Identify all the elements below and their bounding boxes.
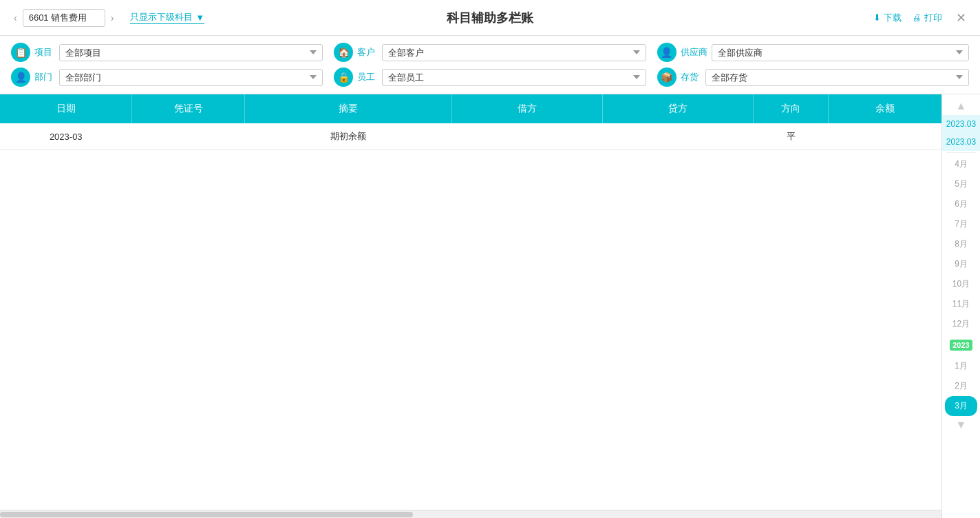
supplier-icon: 👤: [657, 43, 677, 62]
inventory-label: 存货: [681, 71, 701, 83]
timeline-item-1[interactable]: 1月: [942, 356, 980, 376]
timeline-item-2[interactable]: 2月: [942, 376, 980, 396]
customer-label: 客户: [357, 46, 378, 59]
timeline-item-12[interactable]: 12月: [942, 314, 980, 334]
filter-department: 👤 部门 全部部门: [11, 68, 323, 87]
col-header-voucher: 凭证号: [132, 94, 245, 123]
download-label: 下载: [884, 12, 902, 24]
print-label: 打印: [924, 12, 942, 24]
col-header-summary: 摘要: [245, 94, 452, 123]
customer-icon: 🏠: [334, 43, 353, 62]
print-button[interactable]: 🖨 打印: [913, 12, 942, 24]
timeline-item-9[interactable]: 9月: [942, 254, 980, 274]
filter-area: 📋 项目 全部项目 🏠 客户 全部客户 👤 供应商 全部供应商: [0, 36, 980, 94]
inventory-icon: 📦: [657, 68, 677, 87]
filter-row-2: 👤 部门 全部部门 🔒 员工 全部员工 📦 存货 全部存货: [11, 68, 969, 87]
next-account-button[interactable]: ›: [108, 11, 117, 25]
cell-direction: 平: [753, 123, 828, 150]
timeline-panel: ▲ 2023.03 2023.03 4月 5月 6月 7月 8月 9月 10月 …: [941, 94, 980, 518]
main-window: ‹ 6601 销售费用 › 只显示下级科目 ▼ 科目辅助多栏账 ⬇ 下载 🖨 打…: [0, 0, 980, 518]
employee-select[interactable]: 全部员工: [382, 69, 646, 86]
close-button[interactable]: ✕: [953, 10, 969, 25]
filter-project: 📋 项目 全部项目: [11, 43, 323, 62]
download-icon: ⬇: [873, 12, 881, 23]
col-header-balance: 余额: [829, 94, 941, 123]
department-icon: 👤: [11, 68, 30, 87]
account-code: 6601 销售费用: [23, 9, 105, 27]
bottom-scrollbar[interactable]: [0, 510, 941, 518]
timeline-item-6[interactable]: 6月: [942, 194, 980, 214]
cell-credit: [603, 123, 754, 150]
filter-employee: 🔒 员工 全部员工: [334, 68, 646, 87]
project-icon: 📋: [11, 43, 30, 62]
timeline-year-badge: 2023: [950, 340, 972, 351]
cell-summary: 期初余额: [245, 123, 452, 150]
timeline-item-7[interactable]: 7月: [942, 214, 980, 234]
cell-date: 2023-03: [0, 123, 132, 150]
employee-icon: 🔒: [334, 68, 353, 87]
nav-area: ‹ 6601 销售费用 › 只显示下级科目 ▼: [11, 9, 204, 27]
department-label: 部门: [34, 71, 55, 83]
scrollbar-thumb: [0, 512, 413, 517]
timeline-item-5[interactable]: 5月: [942, 174, 980, 194]
data-table: 日期 凭证号 摘要 借方 贷方 方向 余额 2023-03: [0, 94, 941, 150]
filter-inventory: 📦 存货 全部存货: [657, 68, 969, 87]
timeline-item-3-active[interactable]: 3月: [945, 396, 977, 416]
cell-balance: [829, 123, 941, 150]
timeline-item-2023-03-end[interactable]: 2023.03: [942, 133, 980, 151]
timeline-item-4[interactable]: 4月: [942, 154, 980, 174]
show-sub-select[interactable]: 只显示下级科目 ▼: [130, 11, 204, 24]
project-label: 项目: [34, 46, 55, 59]
timeline-item-2023-03-start[interactable]: 2023.03: [942, 115, 980, 133]
cell-voucher: [132, 123, 245, 150]
inventory-select[interactable]: 全部存货: [705, 69, 969, 86]
timeline-up-button[interactable]: ▲: [953, 97, 970, 115]
filter-customer: 🏠 客户 全部客户: [334, 43, 646, 62]
cell-debit: [452, 123, 603, 150]
filter-row-1: 📋 项目 全部项目 🏠 客户 全部客户 👤 供应商 全部供应商: [11, 43, 969, 62]
page-title: 科目辅助多栏账: [447, 10, 533, 26]
customer-select[interactable]: 全部客户: [382, 44, 646, 61]
timeline-down-button[interactable]: ▼: [953, 416, 970, 434]
col-header-credit: 贷方: [603, 94, 754, 123]
supplier-select[interactable]: 全部供应商: [712, 44, 969, 61]
top-actions: ⬇ 下载 🖨 打印 ✕: [873, 10, 969, 25]
table-row: 2023-03 期初余额 平: [0, 123, 941, 150]
print-icon: 🖨: [913, 12, 922, 23]
employee-label: 员工: [357, 71, 378, 83]
chevron-down-icon: ▼: [195, 12, 204, 23]
timeline-item-8[interactable]: 8月: [942, 234, 980, 254]
prev-account-button[interactable]: ‹: [11, 11, 20, 25]
timeline-item-11[interactable]: 11月: [942, 294, 980, 314]
table-scroll[interactable]: 日期 凭证号 摘要 借方 贷方 方向 余额 2023-03: [0, 94, 941, 510]
filter-supplier: 👤 供应商 全部供应商: [657, 43, 969, 62]
col-header-debit: 借方: [452, 94, 603, 123]
col-header-direction: 方向: [753, 94, 828, 123]
timeline-item-10[interactable]: 10月: [942, 274, 980, 294]
supplier-label: 供应商: [681, 46, 707, 59]
project-select[interactable]: 全部项目: [59, 44, 323, 61]
col-header-date: 日期: [0, 94, 132, 123]
show-sub-label: 只显示下级科目: [130, 11, 193, 23]
department-select[interactable]: 全部部门: [59, 69, 323, 86]
top-bar: ‹ 6601 销售费用 › 只显示下级科目 ▼ 科目辅助多栏账 ⬇ 下载 🖨 打…: [0, 0, 980, 36]
download-button[interactable]: ⬇ 下载: [873, 12, 902, 24]
